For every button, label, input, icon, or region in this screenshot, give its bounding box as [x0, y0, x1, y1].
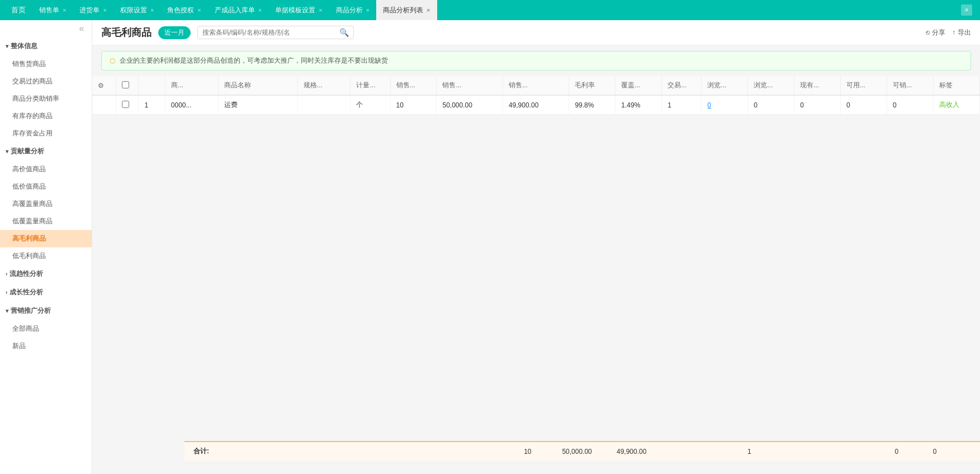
sales-amount-column-header[interactable]: 销售...: [437, 76, 503, 95]
header-actions: ⎋ 分享 ↑ 导出: [926, 28, 971, 37]
table-header-row: ⚙ 商... 商品名称 规格...: [92, 76, 980, 95]
close-order-template[interactable]: ×: [319, 7, 322, 13]
close-role-auth[interactable]: ×: [197, 7, 201, 13]
sales-profit-column-header[interactable]: 销售...: [503, 76, 569, 95]
spec-column-header[interactable]: 规格...: [297, 76, 351, 95]
arrow-collapsed-icon: ›: [6, 289, 7, 295]
sidebar-item-stocked-goods[interactable]: 有库存的商品: [0, 107, 92, 125]
content-area: 高毛利商品 近一月 🔍 ⎋ 分享 ↑ 导出 ⬡ 企业的主要的利润都是这部分商品创…: [92, 20, 980, 474]
transactions-column-header[interactable]: 交易...: [662, 76, 702, 95]
sidebar-item-low-value[interactable]: 低价值商品: [0, 178, 92, 195]
sidebar-group-overview[interactable]: ▾ 整体信息: [0, 37, 92, 55]
close-all-button[interactable]: ×: [961, 4, 972, 16]
row-goods-name[interactable]: 运费: [218, 95, 297, 115]
table-container[interactable]: ⚙ 商... 商品名称 规格...: [92, 76, 980, 474]
row-transactions: 1: [662, 95, 702, 115]
nav-role-auth[interactable]: 角色授权 ×: [160, 0, 207, 20]
info-banner: ⬡ 企业的主要的利润都是这部分商品创造的，可考虑加大推广，同时关注库存是不要出现…: [101, 51, 971, 71]
export-icon: ↑: [952, 29, 955, 36]
nav-permission-settings[interactable]: 权限设置 ×: [113, 0, 160, 20]
sidebar-item-low-margin[interactable]: 低毛利商品: [0, 247, 92, 265]
nav-order-template[interactable]: 单据模板设置 ×: [268, 0, 329, 20]
row-sales-amount: 50,000.00: [437, 95, 503, 115]
nav-close-all: ×: [961, 4, 976, 16]
share-button[interactable]: ⎋ 分享: [926, 28, 945, 37]
close-product-entry[interactable]: ×: [258, 7, 262, 13]
sidebar-group-marketing[interactable]: ▾ 营销推广分析: [0, 302, 92, 320]
sidebar-group-wealth[interactable]: ▾ 贡献量分析: [0, 142, 92, 161]
total-label: 合计:: [193, 447, 302, 456]
export-button[interactable]: ↑ 导出: [952, 28, 971, 37]
close-sales-order[interactable]: ×: [63, 7, 66, 13]
footer-total-row: 合计: 10 50,000.00 49,900.00 1 0 0: [184, 441, 980, 461]
arrow-collapsed-icon: ›: [6, 271, 7, 277]
sidebar-item-high-freq[interactable]: 高覆盖量商品: [0, 195, 92, 213]
nav-product-entry[interactable]: 产成品入库单 ×: [208, 0, 268, 20]
table-row: 1 0000... 运费 个 10 50,000.00 49,900.00 99…: [92, 95, 980, 115]
collapse-sidebar-button[interactable]: «: [76, 24, 87, 34]
settings-column-header[interactable]: ⚙: [92, 76, 116, 95]
top-navigation: 首页 销售单 × 进货单 × 权限设置 × 角色授权 × 产成品入库单 × 单据…: [0, 0, 980, 20]
total-available: 0: [894, 448, 932, 456]
row-available-stock: 0: [841, 95, 887, 115]
sidebar-item-sales-goods[interactable]: 销售货商品: [0, 55, 92, 73]
saleable-column-header[interactable]: 可销...: [887, 76, 934, 95]
page-title: 高毛利商品: [101, 26, 152, 39]
row-browse2: 0: [748, 95, 794, 115]
sidebar-item-traded-goods[interactable]: 交易过的商品: [0, 73, 92, 90]
sales-qty-column-header[interactable]: 销售...: [390, 76, 437, 95]
tag-column-header[interactable]: 标签: [933, 76, 979, 95]
share-icon: ⎋: [926, 29, 930, 36]
total-saleable: 0: [933, 448, 971, 456]
available-stock-column-header[interactable]: 可用...: [841, 76, 887, 95]
search-icon[interactable]: 🔍: [339, 28, 349, 37]
table-body: 1 0000... 运费 个 10 50,000.00 49,900.00 99…: [92, 95, 980, 115]
close-product-analysis[interactable]: ×: [366, 7, 370, 13]
settings-icon[interactable]: ⚙: [98, 82, 104, 90]
close-purchase-order[interactable]: ×: [103, 7, 106, 13]
nav-sales-order[interactable]: 销售单 ×: [32, 0, 73, 20]
row-sales-qty: 10: [390, 95, 437, 115]
nav-home[interactable]: 首页: [4, 0, 32, 20]
sidebar-item-high-value[interactable]: 高价值商品: [0, 161, 92, 178]
content-header: 高毛利商品 近一月 🔍 ⎋ 分享 ↑ 导出: [92, 20, 980, 45]
margin-rate-column-header[interactable]: 毛利率: [569, 76, 616, 95]
row-unit: 个: [351, 95, 390, 115]
goods-table: ⚙ 商... 商品名称 规格...: [92, 76, 980, 115]
sidebar-item-stock-fund[interactable]: 库存资金占用: [0, 125, 92, 142]
browse2-column-header[interactable]: 浏览...: [748, 76, 794, 95]
main-layout: « ▾ 整体信息 销售货商品 交易过的商品 商品分类助销率 有库存的商品 库存资…: [0, 20, 980, 474]
info-icon: ⬡: [110, 57, 115, 65]
sidebar-item-all-goods[interactable]: 全部商品: [0, 320, 92, 337]
checkbox-column-header[interactable]: [116, 76, 139, 95]
row-tag: 高收入: [933, 95, 979, 115]
sidebar-group-trend[interactable]: › 流趋性分析: [0, 265, 92, 283]
sidebar-item-high-margin[interactable]: 高毛利商品: [0, 230, 92, 247]
seq-column-header: [139, 76, 165, 95]
row-coverage: 1.49%: [616, 95, 662, 115]
arrow-icon: ▾: [6, 148, 8, 154]
sidebar-group-growth[interactable]: › 成长性分析: [0, 283, 92, 302]
nav-purchase-order[interactable]: 进货单 ×: [73, 0, 113, 20]
total-sales-amount: 50,000.00: [562, 448, 617, 456]
row-browse1[interactable]: 0: [702, 95, 748, 115]
nav-product-analysis-list[interactable]: 商品分析列表 ×: [376, 0, 437, 20]
total-transactions: 1: [747, 448, 780, 456]
nav-product-analysis[interactable]: 商品分析 ×: [329, 0, 376, 20]
close-product-analysis-list[interactable]: ×: [427, 7, 430, 13]
goods-code-column-header[interactable]: 商...: [165, 76, 218, 95]
close-permission-settings[interactable]: ×: [150, 7, 154, 13]
unit-column-header[interactable]: 计量...: [351, 76, 390, 95]
sidebar-item-low-freq[interactable]: 低覆盖量商品: [0, 213, 92, 230]
sidebar-item-new-goods[interactable]: 新品: [0, 337, 92, 355]
search-box: 🔍: [197, 26, 354, 39]
search-input[interactable]: [202, 29, 339, 36]
row-checkbox[interactable]: [116, 95, 139, 115]
select-all-checkbox[interactable]: [122, 81, 129, 88]
filter-recent-month-button[interactable]: 近一月: [158, 26, 191, 39]
sidebar-item-goods-assist-rate[interactable]: 商品分类助销率: [0, 90, 92, 107]
goods-name-column-header[interactable]: 商品名称: [218, 76, 297, 95]
current-stock-column-header[interactable]: 现有...: [794, 76, 841, 95]
coverage-column-header[interactable]: 覆盖...: [616, 76, 662, 95]
browse1-column-header[interactable]: 浏览...: [702, 76, 748, 95]
